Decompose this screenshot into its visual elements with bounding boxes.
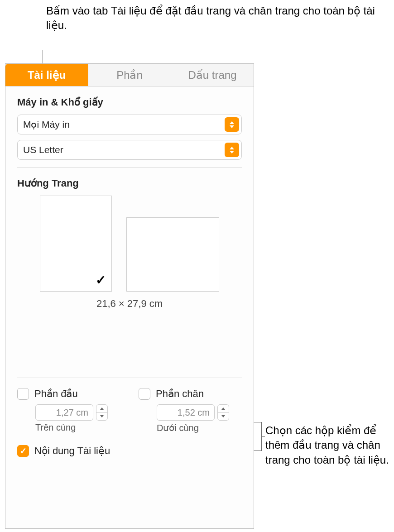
footer-offset-input[interactable]	[157, 404, 215, 421]
printer-select-value: Mọi Máy in	[23, 119, 70, 130]
header-stepper[interactable]	[96, 404, 108, 421]
page-dimensions-label: 21,6 × 27,9 cm	[17, 298, 242, 310]
document-body-row: Nội dung Tài liệu	[5, 436, 254, 466]
checkmark-icon: ✓	[96, 273, 106, 288]
orientation-landscape-button[interactable]	[126, 217, 219, 292]
callout-bracket	[254, 422, 262, 451]
footer-stepper[interactable]	[217, 404, 229, 421]
tab-document[interactable]: Tài liệu	[5, 64, 88, 86]
header-checkbox[interactable]	[17, 388, 29, 400]
header-footer-row: Phần đầu Trên cùng Phần chân	[5, 378, 254, 436]
printer-select[interactable]: Mọi Máy in	[17, 115, 242, 134]
updown-arrows-icon	[225, 143, 239, 157]
orientation-portrait-button[interactable]: ✓	[40, 196, 112, 292]
tabs-row: Tài liệu Phần Dấu trang	[5, 64, 254, 86]
stepper-up-icon[interactable]	[96, 405, 107, 413]
stepper-down-icon[interactable]	[218, 413, 229, 421]
orientation-row: ✓	[17, 196, 242, 292]
tab-section[interactable]: Phần	[88, 64, 171, 86]
header-sub-label: Trên cùng	[35, 422, 120, 433]
stepper-down-icon[interactable]	[96, 413, 107, 421]
paper-size-select-value: US Letter	[23, 144, 63, 155]
printer-paper-title: Máy in & Khổ giấy	[17, 96, 242, 108]
footer-sub-label: Dưới cùng	[157, 422, 242, 433]
tab-bookmark[interactable]: Dấu trang	[171, 64, 254, 86]
printer-paper-section: Máy in & Khổ giấy Mọi Máy in US Letter	[5, 86, 254, 160]
footer-checkbox-label: Phần chân	[156, 388, 204, 400]
callout-top: Bấm vào tab Tài liệu để đặt đầu trang và…	[46, 4, 394, 33]
updown-arrows-icon	[225, 117, 239, 132]
footer-column: Phần chân Dưới cùng	[139, 388, 242, 433]
document-inspector-panel: Tài liệu Phần Dấu trang Máy in & Khổ giấ…	[5, 63, 254, 529]
header-checkbox-row: Phần đầu	[17, 388, 120, 400]
footer-checkbox-row: Phần chân	[139, 388, 242, 400]
footer-stepper-row	[157, 404, 242, 421]
callout-right: Chọn các hộp kiểm để thêm đầu trang và c…	[265, 423, 394, 467]
header-stepper-row	[35, 404, 120, 421]
footer-checkbox[interactable]	[139, 388, 150, 400]
header-column: Phần đầu Trên cùng	[17, 388, 120, 433]
orientation-section: Hướng Trang ✓ 21,6 × 27,9 cm	[5, 168, 254, 310]
paper-size-select[interactable]: US Letter	[17, 140, 242, 160]
header-checkbox-label: Phần đầu	[34, 388, 78, 400]
orientation-title: Hướng Trang	[17, 177, 242, 189]
document-body-label: Nội dung Tài liệu	[34, 445, 110, 457]
header-offset-input[interactable]	[35, 404, 93, 421]
stepper-up-icon[interactable]	[218, 405, 229, 413]
document-body-checkbox[interactable]	[17, 445, 29, 457]
